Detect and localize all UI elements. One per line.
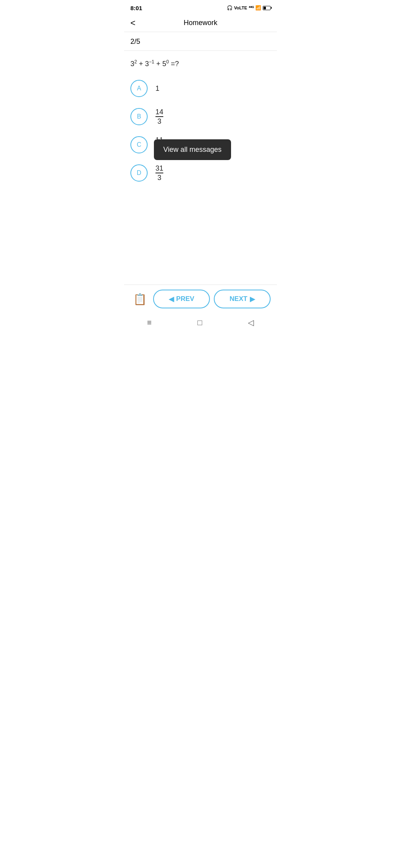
prev-label: PREV [176, 295, 194, 303]
option-d-fraction-line [155, 173, 163, 173]
network-icon: ⁴⁴ᴳ [249, 5, 254, 11]
notes-icon: 📋 [133, 293, 147, 306]
option-a[interactable]: A 1 [130, 80, 271, 97]
option-b-label: B [137, 113, 141, 120]
next-button[interactable]: NEXT ▶ [214, 290, 271, 308]
content-spacer [124, 188, 277, 285]
options-list: A 1 B 14 3 C 11 3 [130, 80, 271, 182]
status-time: 8:01 [130, 5, 142, 11]
prev-arrow-icon: ◀ [169, 295, 174, 303]
option-b[interactable]: B 14 3 [130, 108, 271, 125]
option-d-label: D [137, 169, 141, 176]
battery-icon [263, 6, 271, 10]
option-b-numerator: 14 [155, 108, 163, 115]
option-d-value: 31 3 [155, 165, 163, 181]
battery-fill [264, 7, 266, 9]
signal-icon: VoLTE [234, 5, 247, 10]
top-nav: < Homework [124, 14, 277, 32]
progress-indicator: 2/5 [130, 38, 140, 45]
status-icons: 🎧 VoLTE ⁴⁴ᴳ 📶 [227, 5, 271, 11]
option-d-numerator: 31 [155, 165, 163, 172]
option-b-circle: B [130, 108, 148, 125]
android-nav-bar: ≡ □ ◁ [124, 313, 277, 330]
option-a-value: 1 [155, 85, 159, 93]
android-home-icon[interactable]: □ [197, 318, 202, 327]
notes-button[interactable]: 📋 [130, 290, 149, 308]
option-d-circle: D [130, 164, 148, 182]
next-label: NEXT [229, 295, 247, 303]
option-c[interactable]: C 11 3 View all messages [130, 136, 271, 153]
prev-button[interactable]: ◀ PREV [153, 290, 210, 308]
next-arrow-icon: ▶ [250, 295, 255, 303]
status-bar: 8:01 🎧 VoLTE ⁴⁴ᴳ 📶 [124, 0, 277, 14]
option-b-denominator: 3 [157, 118, 161, 125]
option-b-fraction-line [155, 116, 163, 117]
question-section: 32 + 3−1 + 50 =? A 1 B 14 3 C [124, 51, 277, 188]
option-a-circle: A [130, 80, 148, 97]
page-title: Homework [184, 19, 217, 27]
option-b-value: 14 3 [155, 108, 163, 125]
android-back-icon[interactable]: ◁ [248, 318, 254, 327]
progress-section: 2/5 [124, 32, 277, 51]
option-d[interactable]: D 31 3 [130, 164, 271, 182]
option-d-denominator: 3 [157, 174, 161, 181]
bottom-nav: 📋 ◀ PREV NEXT ▶ [124, 285, 277, 313]
option-a-label: A [137, 85, 141, 92]
option-c-circle: C [130, 136, 148, 153]
headphone-icon: 🎧 [227, 5, 233, 11]
option-c-label: C [137, 141, 141, 148]
wifi-bars-icon: 📶 [255, 5, 261, 11]
android-menu-icon[interactable]: ≡ [147, 318, 152, 327]
view-all-messages-tooltip[interactable]: View all messages [154, 139, 231, 160]
back-button[interactable]: < [130, 18, 135, 28]
question-text: 32 + 3−1 + 50 =? [130, 59, 271, 69]
tooltip-text: View all messages [163, 146, 222, 153]
